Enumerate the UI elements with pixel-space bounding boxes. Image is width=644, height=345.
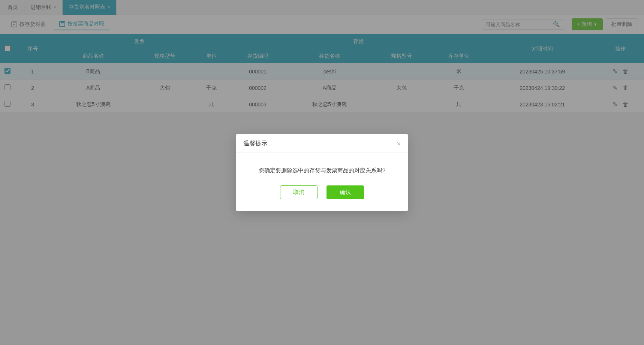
modal-overlay: 温馨提示 × 您确定要删除选中的存货与发票商品的对应关系吗? 取消 确认 bbox=[0, 0, 644, 113]
